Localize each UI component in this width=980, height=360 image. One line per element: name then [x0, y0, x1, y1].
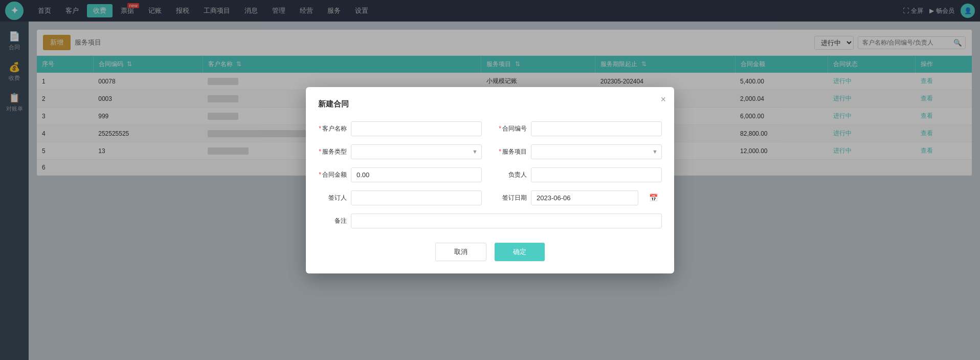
service-item-label: *服务项目: [498, 147, 527, 156]
calendar-icon: 📅: [649, 194, 658, 202]
sign-date-label: 签订日期: [498, 194, 527, 202]
responsible-label: 负责人: [498, 171, 527, 179]
modal-close-button[interactable]: ×: [660, 94, 666, 105]
contract-no-input[interactable]: [531, 121, 662, 136]
signer-label: 签订人: [318, 194, 347, 202]
form-row-contract-no: *合同编号: [498, 121, 662, 136]
contract-no-label: *合同编号: [498, 124, 527, 133]
confirm-button[interactable]: 确定: [495, 243, 545, 261]
service-type-select[interactable]: [351, 144, 482, 159]
customer-name-input[interactable]: [351, 121, 482, 136]
form-grid: *客户名称 *合同编号 *服务类型 ▼: [318, 121, 662, 228]
form-row-notes: 备注: [318, 214, 662, 228]
service-item-wrapper: ▼: [531, 144, 662, 159]
new-contract-modal: 新建合同 × *客户名称 *合同编号 *服务类型: [306, 87, 674, 273]
service-item-select[interactable]: [531, 144, 662, 159]
form-row-signer: 签订人: [318, 190, 482, 205]
amount-label: *合同金额: [318, 171, 347, 179]
modal-title: 新建合同: [318, 99, 662, 109]
notes-input[interactable]: [351, 214, 662, 228]
cancel-button[interactable]: 取消: [435, 243, 486, 261]
form-row-service-type: *服务类型 ▼: [318, 144, 482, 159]
modal-footer: 取消 确定: [318, 243, 662, 261]
customer-name-label: *客户名称: [318, 124, 347, 133]
date-input-wrapper: 📅: [531, 190, 662, 205]
form-row-sign-date: 签订日期 📅: [498, 190, 662, 205]
signer-input[interactable]: [351, 190, 482, 205]
amount-input[interactable]: [351, 167, 482, 182]
modal-overlay: 新建合同 × *客户名称 *合同编号 *服务类型: [0, 0, 980, 360]
responsible-input[interactable]: [531, 167, 662, 182]
form-row-customer: *客户名称: [318, 121, 482, 136]
service-type-wrapper: ▼: [351, 144, 482, 159]
form-row-service-item: *服务项目 ▼: [498, 144, 662, 159]
form-row-responsible: 负责人: [498, 167, 662, 182]
service-type-label: *服务类型: [318, 147, 347, 156]
sign-date-input[interactable]: [531, 190, 638, 205]
form-row-amount: *合同金额: [318, 167, 482, 182]
notes-label: 备注: [318, 217, 347, 225]
